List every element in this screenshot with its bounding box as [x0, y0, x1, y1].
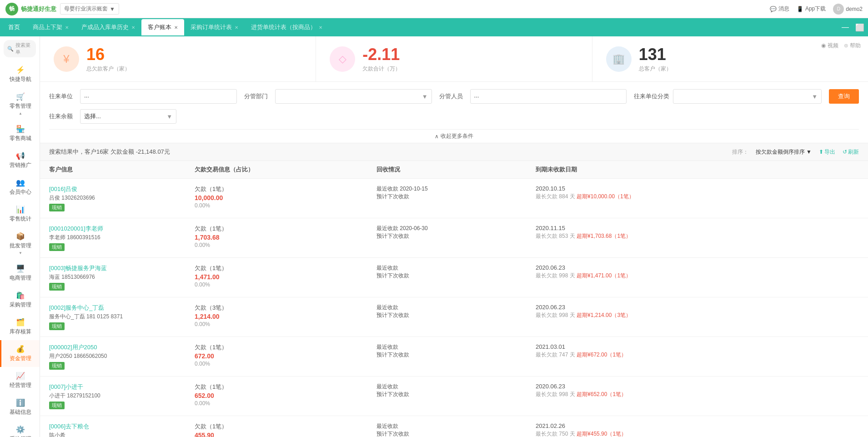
- sidebar-item-member[interactable]: 👥 会员中心: [0, 174, 40, 201]
- tab-home[interactable]: 首页: [2, 19, 26, 35]
- tab-purchase-close-icon[interactable]: ✕: [235, 25, 238, 30]
- sidebar-item-operations-label: 经营管理: [10, 382, 31, 389]
- sidebar-search[interactable]: 🔍 搜索菜单: [0, 36, 40, 61]
- customer-tag-4: 现销: [49, 362, 65, 370]
- category-select[interactable]: ▼: [673, 89, 822, 104]
- debt-amount-2[interactable]: 1,471.00: [195, 273, 376, 281]
- sidebar-item-batch-mgmt[interactable]: 📦 批发管理 ▼: [0, 227, 40, 260]
- view-icon[interactable]: ◉ 视频: [821, 42, 838, 50]
- sidebar-item-purchase-mgmt[interactable]: 🛍️ 采购管理: [0, 286, 40, 313]
- batch-mgmt-icon: 📦: [16, 232, 25, 241]
- max-days-5: 最长欠款 998 天: [536, 391, 575, 397]
- overdue-info-3: 最长欠款 998 天 超期¥1,214.00（3笔）: [536, 311, 859, 319]
- overdue-link-3[interactable]: 超期¥1,214.00（3笔）: [577, 312, 631, 318]
- debt-amount-5[interactable]: 652.00: [195, 392, 376, 399]
- customer-name-5[interactable]: [0007]小进干: [49, 383, 195, 391]
- overdue-link-1[interactable]: 超期¥1,703.68（1笔）: [577, 233, 631, 239]
- tab-goods-close-icon[interactable]: ✕: [65, 25, 69, 30]
- overdue-info-1: 最长欠款 853 天 超期¥1,703.68（1笔）: [536, 232, 859, 240]
- customer-name-6[interactable]: [0006]去下粮仓: [49, 422, 195, 431]
- customer-contact-0: 吕俊 13026203696: [49, 194, 195, 202]
- collapse-button[interactable]: ∧ 收起更多条件: [49, 129, 859, 143]
- manager-label: 分管人员: [439, 92, 467, 100]
- sidebar-item-inventory[interactable]: 🗂️ 库存核算: [0, 313, 40, 340]
- debt-count-2: 欠款（1笔）: [195, 264, 376, 272]
- top-bar: 畅 畅捷通好生意 母婴行业演示账套 ▼ 💬 消息 📱 App下载 D demo2: [0, 0, 868, 18]
- help-icon[interactable]: ⊙ 帮助: [844, 42, 861, 50]
- sidebar-item-quick-nav-label: 快捷导航: [10, 75, 31, 83]
- overdue-link-0[interactable]: 超期¥10,000.00（1笔）: [577, 193, 634, 200]
- user-profile[interactable]: D demo2: [833, 4, 863, 15]
- sort-select[interactable]: 按欠款金额倒序排序 ▼: [756, 148, 812, 156]
- message-btn[interactable]: 💬 消息: [770, 5, 789, 13]
- next-collect-4: 预计下次收款: [376, 351, 536, 359]
- tab-customer-close-icon[interactable]: ✕: [174, 25, 178, 30]
- tab-purchase[interactable]: 采购订单统计表 ✕: [184, 19, 245, 35]
- tab-import[interactable]: 进货单统计表（按商品） ✕: [245, 19, 329, 35]
- max-days-3: 最长欠款 998 天: [536, 312, 575, 318]
- vendor-dots: ···: [84, 93, 89, 100]
- customer-name-4[interactable]: [000002]用户2050: [49, 343, 195, 352]
- debt-percent-2: 0.00%: [195, 281, 376, 288]
- tab-goods[interactable]: 商品上下架 ✕: [26, 19, 75, 35]
- refresh-button[interactable]: ↺ 刷新: [843, 148, 859, 156]
- dept-select[interactable]: ▼: [275, 89, 432, 104]
- sidebar-item-retail-mgmt[interactable]: 🛒 零售管理 ▲: [0, 88, 40, 120]
- customer-name-0[interactable]: [0016]吕俊: [49, 185, 195, 193]
- next-collect-5: 预计下次收款: [376, 391, 536, 398]
- tab-production-close-icon[interactable]: ✕: [131, 25, 135, 30]
- ecommerce-icon: 🖥️: [16, 264, 25, 273]
- vendor-input[interactable]: ···: [80, 89, 237, 104]
- overdue-link-2[interactable]: 超期¥1,471.00（1笔）: [577, 272, 631, 279]
- sidebar-item-ecommerce[interactable]: 🖥️ 电商管理: [0, 260, 40, 286]
- sidebar-item-marketing[interactable]: 📢 营销推广: [0, 147, 40, 174]
- export-button[interactable]: ⬆ 导出: [819, 148, 835, 156]
- recovery-cell: 最近收款 预计下次收款: [376, 422, 536, 437]
- debt-amount-0[interactable]: 10,000.00: [195, 194, 376, 201]
- balance-select[interactable]: 选择... ▼: [80, 109, 176, 124]
- debt-info-cell: 欠款（1笔） 652.00 0.00%: [195, 383, 376, 407]
- sidebar-item-basic-info[interactable]: ℹ️ 基础信息: [0, 394, 40, 421]
- overdue-link-6[interactable]: 超期¥455.90（1笔）: [577, 431, 627, 437]
- sidebar-item-inventory-label: 库存核算: [10, 328, 31, 336]
- sidebar-item-retail-stats[interactable]: 📊 零售统计: [0, 201, 40, 227]
- sidebar-item-operations[interactable]: 📈 经营管理: [0, 367, 40, 394]
- debt-amount-1[interactable]: 1,703.68: [195, 234, 376, 241]
- recovery-cell: 最近收款 预计下次收款: [376, 383, 536, 398]
- sidebar-item-quick-nav[interactable]: ⚡ 快捷导航: [0, 61, 40, 88]
- app-download-btn[interactable]: 📱 App下载: [797, 5, 826, 13]
- recovery-cell: 最近收款 预计下次收款: [376, 304, 536, 319]
- sidebar-item-system-label: 系统管理: [10, 435, 31, 437]
- overdue-link-5[interactable]: 超期¥652.00（1笔）: [577, 391, 627, 397]
- collapse-icon: ∧: [435, 133, 439, 140]
- tab-import-close-icon[interactable]: ✕: [319, 25, 322, 30]
- due-date-0: 2020.10.15: [536, 185, 859, 192]
- retail-mall-icon: 🏪: [16, 125, 25, 133]
- customer-name-1[interactable]: [0001020001]李老师: [49, 225, 195, 233]
- manager-input[interactable]: ···: [470, 89, 627, 104]
- stat-card-debt-total: ◇ -2.11 欠款合计（万）: [316, 36, 592, 81]
- stat-debt-customers-number: 16: [86, 45, 130, 64]
- debt-amount-4[interactable]: 672.00: [195, 352, 376, 360]
- tab-production[interactable]: 产成品入库单历史 ✕: [75, 19, 141, 35]
- search-button[interactable]: 查询: [829, 89, 859, 104]
- debt-amount-6[interactable]: 455.90: [195, 432, 376, 437]
- minimize-icon[interactable]: —: [840, 21, 851, 34]
- customer-name-2[interactable]: [0003]畅捷服务尹海蓝: [49, 264, 195, 272]
- sidebar-item-finance[interactable]: 💰 资金管理: [0, 340, 40, 367]
- maximize-icon[interactable]: ⬜: [853, 21, 866, 34]
- company-selector[interactable]: 母婴行业演示账套 ▼: [60, 3, 119, 15]
- customer-name-3[interactable]: [0002]服务中心_丁磊: [49, 304, 195, 312]
- message-icon: 💬: [770, 6, 777, 12]
- sidebar-item-retail-mall[interactable]: 🏪 零售商城: [0, 120, 40, 147]
- sidebar-search-box[interactable]: 🔍 搜索菜单: [4, 40, 36, 57]
- customer-info-cell: [0007]小进干 小进干 18279152100 现销: [49, 383, 195, 409]
- tab-customer[interactable]: 客户账本 ✕: [141, 19, 184, 35]
- avatar: D: [833, 4, 844, 15]
- filter-dept: 分管部门 ▼: [244, 89, 432, 104]
- debt-amount-3[interactable]: 1,214.00: [195, 313, 376, 320]
- next-collect-1: 预计下次收款: [376, 232, 536, 240]
- due-date-cell: 2020.11.15 最长欠款 853 天 超期¥1,703.68（1笔）: [536, 225, 859, 240]
- overdue-link-4[interactable]: 超期¥672.00（1笔）: [577, 352, 627, 358]
- sidebar-item-system[interactable]: ⚙️ 系统管理: [0, 421, 40, 437]
